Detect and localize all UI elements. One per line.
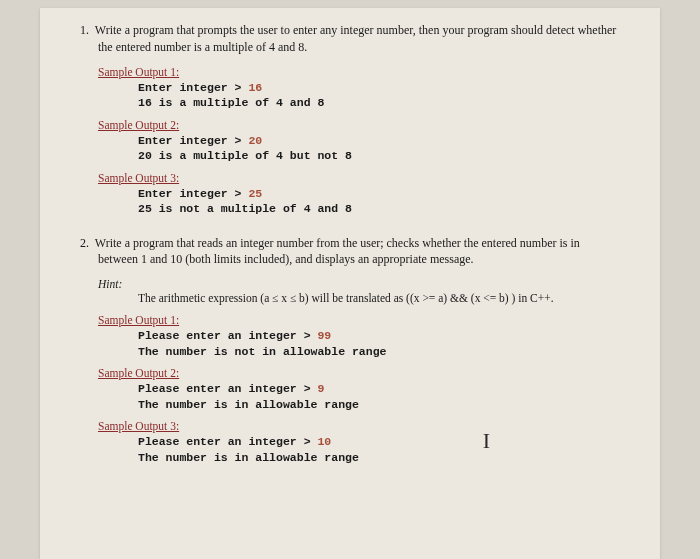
hint-label: Hint: — [98, 278, 620, 290]
sample-label: Sample Output 1: — [98, 314, 620, 326]
problem-1-text: 1. Write a program that prompts the user… — [80, 22, 620, 56]
sample-prompt-line: Enter integer > 25 — [138, 186, 620, 202]
sample-result-line: 25 is not a multiple of 4 and 8 — [138, 201, 620, 217]
problem-body: Write a program that prompts the user to… — [95, 23, 617, 54]
user-input: 25 — [248, 187, 262, 200]
user-input: 10 — [317, 435, 331, 448]
text-cursor-icon: I — [483, 428, 490, 454]
problem-number: 2. — [80, 236, 89, 250]
sample-label: Sample Output 3: — [98, 172, 620, 184]
problem-2-text: 2. Write a program that reads an integer… — [80, 235, 620, 269]
sample-prompt-line: Please enter an integer > 10 — [138, 434, 620, 450]
problem-2: 2. Write a program that reads an integer… — [80, 235, 620, 466]
user-input: 16 — [248, 81, 262, 94]
user-input: 20 — [248, 134, 262, 147]
user-input: 9 — [317, 382, 324, 395]
problem-1: 1. Write a program that prompts the user… — [80, 22, 620, 217]
sample-prompt-line: Please enter an integer > 9 — [138, 381, 620, 397]
problem-body: Write a program that reads an integer nu… — [95, 236, 580, 267]
hint-body: The arithmetic expression (a ≤ x ≤ b) wi… — [138, 290, 620, 306]
sample-result-line: 16 is a multiple of 4 and 8 — [138, 95, 620, 111]
sample-label: Sample Output 1: — [98, 66, 620, 78]
sample-label: Sample Output 2: — [98, 119, 620, 131]
document-page: 1. Write a program that prompts the user… — [40, 8, 660, 559]
sample-prompt-line: Enter integer > 20 — [138, 133, 620, 149]
sample-result-line: The number is not in allowable range — [138, 344, 620, 360]
sample-result-line: 20 is a multiple of 4 but not 8 — [138, 148, 620, 164]
user-input: 99 — [317, 329, 331, 342]
sample-result-line: The number is in allowable range — [138, 397, 620, 413]
problem-number: 1. — [80, 23, 89, 37]
sample-prompt-line: Please enter an integer > 99 — [138, 328, 620, 344]
sample-prompt-line: Enter integer > 16 — [138, 80, 620, 96]
sample-result-line: The number is in allowable range — [138, 450, 620, 466]
sample-label: Sample Output 3: — [98, 420, 620, 432]
sample-label: Sample Output 2: — [98, 367, 620, 379]
